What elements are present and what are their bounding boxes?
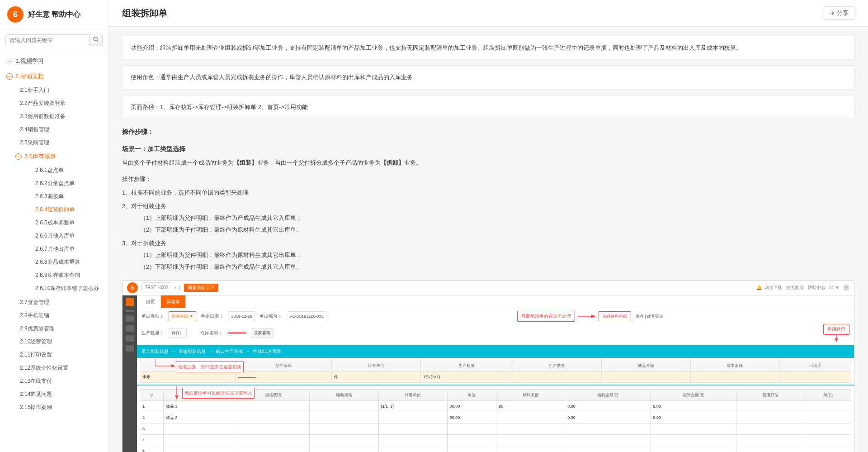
svg-marker-11	[175, 395, 179, 400]
sidebar-item-system[interactable]: 2.12系统个性化设置	[15, 362, 108, 375]
mock-close-icon[interactable]: ×	[843, 285, 849, 291]
upper-code-input[interactable]	[238, 377, 256, 378]
mock-logo: 6	[127, 282, 138, 293]
mock-tab-1[interactable]: 自贡	[141, 295, 161, 308]
sidebar-item-inventory[interactable]: − 2.6库存核算	[15, 149, 108, 164]
lower-row-5: 5	[140, 446, 851, 452]
sidebar: 6 好生意 帮助中心 + 1.视频学习 − 2.帮助文档	[0, 0, 108, 452]
main-header: 组装拆卸单 分享	[108, 0, 868, 27]
steps-block: 操作步骤： 场景一：加工类型选择 当由多个子件材料组装成一个成品的业务为【组装】…	[122, 125, 854, 452]
sidebar-item-cost-recalc[interactable]: 2.6.8商品成本重算	[31, 256, 108, 269]
upper-th-2: 计量单位	[332, 360, 420, 371]
mock-upper-table-area: *父件名称 父件编码 计量单位 生产数量 生产数量 成品金额 成本金额 可出库	[137, 358, 854, 385]
logo-icon: 6	[7, 6, 24, 23]
sidebar-item-finance[interactable]: 2.7资金管理	[15, 296, 108, 309]
mock-sidebar-icon-5	[126, 345, 134, 352]
main-content: 组装拆卸单 分享 功能介绍：组装拆卸单用来处理企业组装或拆卸等加工业务，支持有固…	[108, 0, 868, 452]
sidebar-item-docs[interactable]: − 2.帮助文档	[0, 69, 108, 84]
annotation-area-4: 组装业务、拆卸业务在这里切换	[155, 358, 178, 370]
sidebar-item-partial-stocktake[interactable]: 2.6.2分量盘点单	[31, 177, 108, 190]
mock-company: TEST-H002	[142, 282, 171, 293]
mock-btn-save[interactable]: 保存 | 放弃更改	[636, 312, 663, 320]
sidebar-item-cases[interactable]: 2.15操作案例	[15, 401, 108, 414]
sidebar-item-cost-adj[interactable]: 2.6.5成本调整单	[31, 216, 108, 229]
arrow-1	[578, 313, 596, 320]
sidebar-item-transfer[interactable]: 2.6.3调拨单	[31, 190, 108, 203]
sidebar-item-payment[interactable]: 2.13在线支付	[15, 375, 108, 388]
content-area: 功能介绍：组装拆卸单用来处理企业组装或拆卸等加工业务，支持有固定装配清单的产品加…	[108, 27, 868, 452]
mock-warehouse-input[interactable]	[227, 332, 246, 334]
arrow-3	[833, 335, 840, 342]
mock-btn-choose-bom[interactable]: 选择拼料单据	[599, 311, 631, 321]
sidebar-item-other-out[interactable]: 2.6.7其他出库单	[31, 243, 108, 256]
upper-td-amount	[602, 371, 690, 383]
sidebar-item-newcomer[interactable]: 2.1新手入门	[15, 84, 108, 97]
upper-td-qty: 1件/(1×1)	[420, 371, 513, 383]
nav-list: + 1.视频学习 − 2.帮助文档 2.1新手入门 2.2产品安装及登录 2.3…	[0, 51, 108, 452]
annotation-5-area: 无固定清单可以组货在这里重写入	[137, 385, 854, 387]
expand-icon: +	[6, 58, 13, 64]
svg-marker-9	[171, 364, 175, 367]
search-button[interactable]	[90, 34, 103, 46]
upper-td-avail	[779, 371, 851, 383]
lower-row-2: 2 物品 2 30.00 0.00 0.	[140, 412, 851, 423]
sidebar-item-other-in[interactable]: 2.6.6其他入库单	[31, 229, 108, 243]
role-text: 使用角色：通常由生产人员或库管人员完成拆装业务的操作，库管人员确认原材料的出库和…	[131, 74, 413, 81]
upper-th-7: 可出库	[779, 360, 851, 371]
annotation-area-1: 有装配清单的在这里处理 选择拼料单据 保存 | 放弃更改	[331, 311, 849, 322]
mock-process-step2: 审核组装信息	[179, 347, 206, 356]
sidebar-item-stocktake[interactable]: 2.6.1盘点单	[31, 164, 108, 177]
mock-process-sep1: →	[171, 347, 176, 356]
share-button[interactable]: 分享	[824, 6, 854, 20]
mock-sidebar-icon-3	[126, 325, 134, 332]
mock-type-select[interactable]: 组装单据 ▼	[169, 311, 196, 321]
sidebar-item-faq[interactable]: 2.14常见问题	[15, 388, 108, 401]
logo-area: 6 好生意 帮助中心	[0, 0, 108, 29]
mock-tab-2[interactable]: 新建单	[161, 295, 186, 308]
mock-warehouse-btn[interactable]: 关联客商	[251, 328, 274, 338]
lower-th-coeff: 领料系数	[496, 390, 565, 401]
mock-sidebar-icon-2	[126, 315, 134, 322]
sidebar-item-assembly[interactable]: 2.6.4组装拆卸单	[31, 203, 108, 216]
mock-form-row-2: 生产数量： 件(1) 仓库名称： 关联客商 启用处理	[142, 324, 849, 342]
upper-th-4: 生产数量	[513, 360, 601, 371]
lower-th-pick-amt: 领料金额 元	[565, 390, 651, 401]
mock-process-area: 录入组装信息 → 审核组装信息 → 确认生产完成 → 生成出/入库单	[137, 345, 854, 358]
sidebar-item-ledger-fix[interactable]: 2.6.10库存账本错了怎么办	[31, 282, 108, 295]
mock-form-area: 单据类型： 组装单据 ▼ 单据日期： 2019-12-26 单据编号： AD-2…	[137, 308, 854, 345]
lower-th-qty: 单位	[447, 390, 496, 401]
sidebar-item-biz[interactable]: 2.10经营管理	[15, 335, 108, 348]
sidebar-item-purchase[interactable]: 2.5采购管理	[15, 136, 108, 149]
sidebar-item-ledger-query[interactable]: 2.6.9库存账本查询	[31, 269, 108, 282]
logo-text: 好生意 帮助中心	[28, 10, 80, 19]
page-title: 组装拆卸单	[122, 7, 167, 19]
lower-th-return: 领用归位	[736, 390, 805, 401]
annotation-3: 启用处理	[823, 324, 849, 335]
sidebar-item-sales[interactable]: 2.4销售管理	[15, 123, 108, 136]
mock-qty-value: 件(1)	[169, 328, 187, 338]
scenario1-title: 场景一：加工类型选择	[122, 143, 854, 155]
lower-th-unit: 计量单位	[378, 390, 447, 401]
sidebar-item-install[interactable]: 2.2产品安装及登录	[15, 97, 108, 110]
sidebar-item-mobile[interactable]: 2.8手机旺铺	[15, 309, 108, 322]
mock-form-row-1: 单据类型： 组装单据 ▼ 单据日期： 2019-12-26 单据编号： AD-2…	[142, 311, 849, 322]
svg-line-1	[97, 40, 98, 42]
upper-td-qty2	[513, 371, 601, 383]
sidebar-item-data-prep[interactable]: 2.3使用前数据准备	[15, 110, 108, 123]
mock-sidebar-divider	[126, 310, 134, 312]
step3-1: （1）上部明细为父件明细，最终作为原材料生成其它出库单；	[122, 249, 854, 261]
upper-table-row: 米米 件 1件/(1×1)	[140, 371, 851, 383]
annotation-area-3: 启用处理	[823, 324, 849, 342]
mock-btn-orange[interactable]: 同里谱新天下	[184, 284, 218, 292]
search-bar	[0, 29, 108, 51]
search-input[interactable]	[5, 34, 90, 46]
sidebar-item-print[interactable]: 2.11打印设置	[15, 348, 108, 362]
upper-td-name: 米米	[140, 371, 236, 383]
mock-main-area: 自贡 新建单 单据类型： 组装单据 ▼ 单据日期： 2019-1	[123, 295, 854, 452]
sidebar-item-video[interactable]: + 1.视频学习	[0, 54, 108, 68]
step3-2: （2）下部明细为子件明细，最终作为产成品生成其它入库单。	[122, 261, 854, 273]
sidebar-item-coupon[interactable]: 2.9优惠券管理	[15, 322, 108, 335]
step3: 3、对于拆装业务	[122, 238, 854, 249]
svg-marker-6	[835, 338, 838, 342]
mock-content-wrapper: 自贡 新建单 单据类型： 组装单据 ▼ 单据日期： 2019-1	[137, 295, 854, 452]
